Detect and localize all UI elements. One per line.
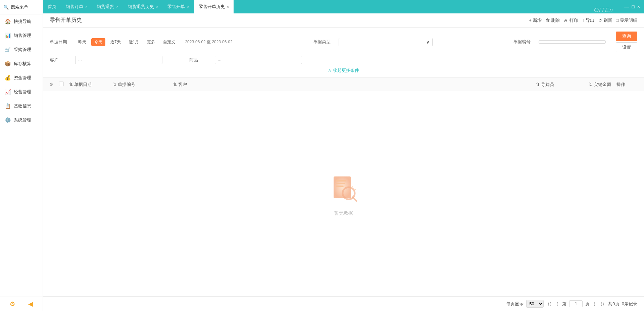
tab-home[interactable]: 首页 <box>43 0 61 13</box>
sidebar-item-inventory[interactable]: 📦库存核算 <box>0 57 43 71</box>
window-minimize-btn[interactable]: — <box>624 4 629 9</box>
tab-retail-open-history[interactable]: 零售开单历史× <box>194 0 234 13</box>
num-filter-label: 单据编号 <box>513 39 532 45</box>
sidebar-item-sales-mgmt[interactable]: 📊销售管理 <box>0 29 43 43</box>
sidebar-item-purchase-mgmt[interactable]: 🛒采购管理 <box>0 43 43 57</box>
tab-label-sales-return-history: 销货退货历史 <box>128 4 154 10</box>
page-header: 零售开单历史 + 新增 🗑 删除 🖨 打印 ↑ 导出 ↺ 刷新 □ 显示明细 <box>43 13 644 28</box>
sidebar-label-inventory: 库存核算 <box>14 61 31 67</box>
client-filter-input[interactable]: ··· <box>75 56 162 64</box>
tab-close-retail-open[interactable]: × <box>187 5 189 9</box>
col-client-label: ⇅ 客户 <box>173 82 187 88</box>
sidebar-item-sys-mgmt[interactable]: ⚙️系统管理 <box>0 113 43 127</box>
client-input-placeholder: ··· <box>78 57 82 62</box>
sidebar-item-quick-nav[interactable]: 🏠快捷导航 <box>0 14 43 29</box>
collapse-filter-label: ∧ 收起更多条件 <box>328 67 359 73</box>
empty-illustration <box>327 171 360 205</box>
date-btn-more[interactable]: 更多 <box>144 38 158 46</box>
add-button[interactable]: + 新增 <box>529 17 541 23</box>
tab-retail-open[interactable]: 零售开单× <box>163 0 194 13</box>
sidebar-icon-purchase-mgmt: 🛒 <box>5 47 11 53</box>
page-prefix-label: 第 <box>562 301 566 307</box>
filter-area: 单据日期 昨天 今天 近7天 近1月 更多 自定义 2023-06-02 至 2… <box>43 28 644 78</box>
col-header-guide[interactable]: ⇅ 导购员 <box>533 80 574 90</box>
svg-line-5 <box>353 197 356 201</box>
sidebar-item-finance[interactable]: 💰资金管理 <box>0 71 43 85</box>
tab-sales-order[interactable]: 销售订单× <box>61 0 92 13</box>
num-filter-input[interactable] <box>539 40 606 44</box>
tab-label-sales-return: 销货退货 <box>97 4 114 10</box>
export-button[interactable]: ↑ 导出 <box>582 17 594 23</box>
date-range-display: 2023-06-02 至 2023-06-02 <box>185 39 232 45</box>
filter-row-1: 单据日期 昨天 今天 近7天 近1月 更多 自定义 2023-06-02 至 2… <box>50 32 637 52</box>
display-detail-button[interactable]: □ 显示明细 <box>616 17 637 23</box>
tab-sales-return[interactable]: 销货退货× <box>92 0 123 13</box>
col-action-label: 操作 <box>616 82 625 88</box>
col-header-date[interactable]: ⇅ 单据日期 <box>66 80 110 90</box>
collapse-filter-btn[interactable]: ∧ 收起更多条件 <box>50 67 637 73</box>
date-btn-today[interactable]: 今天 <box>91 38 105 46</box>
date-btn-yesterday[interactable]: 昨天 <box>75 38 89 46</box>
date-btn-7days[interactable]: 近7天 <box>107 38 124 46</box>
goods-filter-input[interactable]: ··· <box>215 56 302 64</box>
col-header-client[interactable]: ⇅ 客户 <box>170 80 533 90</box>
table-select-all[interactable] <box>56 82 66 87</box>
print-button[interactable]: 🖨 打印 <box>564 17 578 23</box>
filter-row-2: 客户 ··· 商品 ··· <box>50 56 637 64</box>
tab-close-retail-open-history[interactable]: × <box>227 5 229 9</box>
per-page-select[interactable]: 50 10 20 100 <box>526 300 544 308</box>
col-amount-label: ⇅ 实销金额 <box>589 82 611 88</box>
tab-sales-return-history[interactable]: 销货退货历史× <box>123 0 163 13</box>
tab-close-sales-return[interactable]: × <box>116 5 118 9</box>
sidebar-icon-finance: 💰 <box>5 75 11 81</box>
sidebar-icon-operations: 📈 <box>5 89 11 95</box>
page-prev-btn[interactable]: ⟨ <box>555 301 559 307</box>
date-btn-1month[interactable]: 近1月 <box>126 38 142 46</box>
query-button[interactable]: 查询 <box>616 32 637 41</box>
client-filter-label: 客户 <box>50 57 68 63</box>
total-records-label: 共0页, 0条记录 <box>608 301 637 307</box>
type-select-arrow: ∨ <box>426 40 430 45</box>
select-all-checkbox[interactable] <box>59 82 64 86</box>
sidebar-label-purchase-mgmt: 采购管理 <box>14 47 31 53</box>
sidebar-search[interactable]: 🔍 搜索采单 <box>0 0 43 14</box>
svg-rect-3 <box>336 186 344 187</box>
type-filter-select[interactable]: ∨ <box>339 38 433 46</box>
table-settings-btn[interactable]: ⚙ <box>46 82 56 87</box>
sidebar-label-basic-info: 基础信息 <box>14 103 31 109</box>
page-title: 零售开单历史 <box>50 17 82 24</box>
type-filter-label: 单据类型 <box>313 39 332 45</box>
delete-button[interactable]: 🗑 删除 <box>546 17 560 23</box>
col-header-num[interactable]: ⇅ 单据编号 <box>110 80 170 90</box>
sidebar-collapse-icon[interactable]: ◀ <box>28 300 33 308</box>
col-header-action: 操作 <box>614 80 641 90</box>
svg-rect-1 <box>336 180 346 182</box>
sidebar-label-finance: 资金管理 <box>14 75 31 81</box>
date-btn-custom[interactable]: 自定义 <box>160 38 178 46</box>
pagination: 每页显示 50 10 20 100 ⟨⟨ ⟨ 第 页 ⟩ ⟩⟩ 共0页, 0条记… <box>43 296 644 311</box>
col-guide-label: ⇅ 导购员 <box>536 82 554 88</box>
date-filter-group: 昨天 今天 近7天 近1月 更多 自定义 <box>75 38 178 46</box>
page-last-btn[interactable]: ⟩⟩ <box>599 301 605 307</box>
tab-close-sales-return-history[interactable]: × <box>156 5 158 9</box>
table-container: ⚙ ⇅ 单据日期 ⇅ 单据编号 ⇅ 客户 ⇅ 导购员 ⇅ 实销金额 <box>43 78 644 311</box>
settings-button[interactable]: 设置 <box>616 42 637 52</box>
sidebar-settings-icon[interactable]: ⚙ <box>10 300 15 308</box>
tab-label-retail-open-history: 零售开单历史 <box>199 4 225 10</box>
page-number-input[interactable] <box>569 300 583 307</box>
page-next-btn[interactable]: ⟩ <box>592 301 597 307</box>
sidebar-label-sys-mgmt: 系统管理 <box>14 117 31 123</box>
sidebar-item-operations[interactable]: 📈经营管理 <box>0 85 43 99</box>
topbar: 首页销售订单×销货退货×销货退货历史×零售开单×零售开单历史× OfTEn — … <box>43 0 644 13</box>
sidebar-item-basic-info[interactable]: 📋基础信息 <box>0 99 43 113</box>
refresh-button[interactable]: ↺ 刷新 <box>598 17 612 23</box>
sidebar-label-quick-nav: 快捷导航 <box>14 18 31 24</box>
tab-close-sales-order[interactable]: × <box>85 5 87 9</box>
col-header-amount[interactable]: ⇅ 实销金额 <box>574 80 614 90</box>
sidebar-bottom: ⚙ ◀ <box>0 297 43 311</box>
col-num-label: ⇅ 单据编号 <box>113 82 135 88</box>
sidebar-icon-sales-mgmt: 📊 <box>5 33 11 39</box>
page-first-btn[interactable]: ⟨⟨ <box>546 301 552 307</box>
window-maximize-btn[interactable]: □ <box>632 4 634 9</box>
window-close-btn[interactable]: × <box>637 4 640 9</box>
